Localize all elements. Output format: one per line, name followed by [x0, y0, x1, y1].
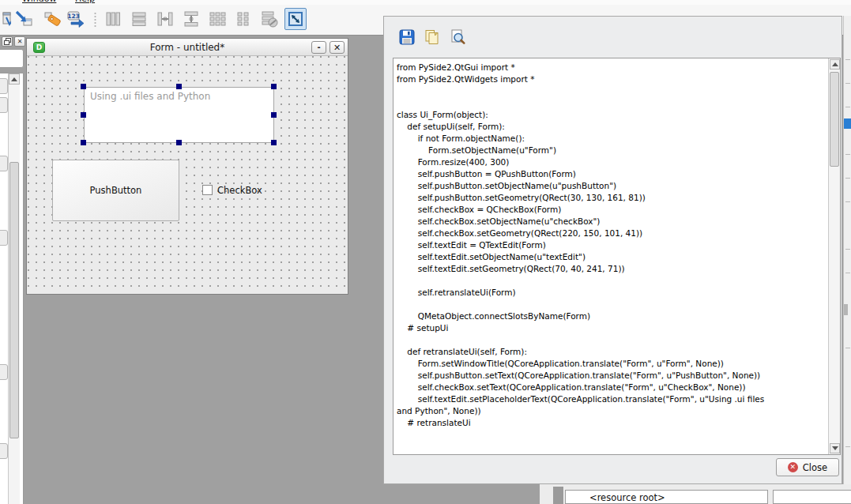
selection-handle-mid-left[interactable]: [81, 112, 86, 118]
break-layout-icon: [260, 9, 279, 28]
save-code-button[interactable]: [397, 28, 417, 49]
layout-horizontal-splitter-button[interactable]: [154, 8, 176, 30]
selection-handle-bottom-center[interactable]: [176, 140, 182, 145]
selection-handle-bottom-right[interactable]: [271, 140, 277, 145]
form-minimize-button[interactable]: -: [311, 41, 326, 54]
form-window-titlebar[interactable]: D Form - untitled* - ✕: [27, 39, 348, 56]
find-code-button[interactable]: [447, 28, 468, 49]
pushbutton-widget[interactable]: PushButton: [52, 160, 179, 221]
toolbar-separator: [94, 12, 96, 28]
code-text-area[interactable]: from PySide2.QtGui import * from PySide2…: [393, 58, 841, 455]
edit-widgets-button[interactable]: [0, 8, 13, 30]
layout-grid-icon: [208, 9, 227, 28]
row-divider: [845, 154, 850, 155]
resource-root-item[interactable]: <resource root>: [589, 492, 665, 503]
close-dialog-button[interactable]: ✕ Close: [776, 458, 839, 476]
textedit-widget[interactable]: Using .ui files and Python: [84, 87, 274, 143]
generated-python-code[interactable]: from PySide2.QtGui import * from PySide2…: [397, 62, 827, 429]
dock-float-button[interactable]: [2, 36, 13, 47]
checkbox-widget[interactable]: CheckBox: [202, 174, 282, 206]
widgetbox-category-fragment[interactable]: [0, 364, 8, 380]
designer-form-icon: D: [33, 42, 45, 53]
edit-widgets-icon: [0, 9, 11, 28]
row-divider: [845, 83, 850, 84]
selected-property-row[interactable]: [844, 118, 851, 129]
layout-horizontal-splitter-icon: [156, 9, 175, 28]
edit-tab-order-icon: 123: [66, 9, 85, 28]
row-divider: [845, 446, 850, 447]
widgetbox-category-fragment[interactable]: [0, 78, 8, 94]
svg-text:123: 123: [67, 13, 80, 20]
scroll-up-button[interactable]: [9, 73, 20, 85]
code-scrollbar[interactable]: [828, 58, 840, 454]
widgetbox-filter-input[interactable]: [0, 49, 24, 68]
scrollbar-thumb[interactable]: [9, 162, 19, 438]
arrow-up-icon: [832, 62, 838, 66]
dock-close-button[interactable]: ✕: [14, 36, 25, 47]
widgetbox-category-fragment[interactable]: [0, 156, 8, 171]
arrow-down-icon: [832, 446, 838, 450]
layout-vertical-splitter-button[interactable]: [180, 8, 202, 30]
edit-signals-slots-button[interactable]: [13, 8, 35, 30]
edit-tab-order-button[interactable]: 123: [65, 8, 87, 30]
resource-browser-fragment: <resource root>: [540, 484, 851, 504]
menu-help[interactable]: Help: [75, 0, 95, 4]
property-editor-sliver: [843, 16, 851, 484]
copy-code-button[interactable]: [422, 28, 442, 49]
row-divider: [845, 273, 850, 273]
scrollbar-thumb[interactable]: [844, 304, 848, 315]
widgetbox-list[interactable]: [0, 73, 24, 504]
edit-buddies-icon: [43, 9, 62, 28]
copy-icon: [424, 28, 441, 49]
form-window-title: Form - untitled*: [27, 42, 348, 53]
selection-handle-top-center[interactable]: [176, 84, 182, 89]
resource-detail-pane[interactable]: [773, 490, 851, 504]
close-icon: ✕: [788, 462, 798, 472]
row-divider: [845, 107, 850, 107]
row-divider: [845, 201, 850, 202]
selection-handle-top-left[interactable]: [81, 84, 86, 89]
layout-form-button[interactable]: [232, 8, 254, 30]
preview-find-icon: [449, 28, 466, 49]
layout-vertically-button[interactable]: [128, 8, 150, 30]
scrollbar-thumb[interactable]: [830, 72, 839, 167]
row-divider: [845, 59, 850, 60]
row-divider: [845, 249, 850, 250]
break-layout-button[interactable]: [258, 8, 281, 30]
checkbox-label: CheckBox: [217, 185, 262, 196]
selection-handle-mid-right[interactable]: [271, 112, 277, 118]
form-close-button[interactable]: ✕: [329, 41, 345, 54]
row-divider: [845, 348, 850, 348]
layout-grid-button[interactable]: [206, 8, 228, 30]
scroll-down-button[interactable]: [830, 443, 840, 453]
layout-vertically-icon: [130, 9, 149, 28]
layout-vertical-splitter-icon: [182, 9, 201, 28]
adjust-size-button[interactable]: [284, 8, 307, 30]
widgetbox-scrollbar[interactable]: [8, 73, 20, 504]
qt-designer-screen: Window Help 123: [0, 0, 851, 504]
close-button-label: Close: [803, 462, 827, 473]
adjust-size-icon: [286, 9, 305, 28]
selection-handle-top-right[interactable]: [271, 84, 277, 89]
widgetbox-category-fragment[interactable]: [0, 230, 8, 246]
widget-box-dock: ✕: [0, 36, 24, 504]
splitter-handle[interactable]: [553, 487, 563, 504]
save-icon: [398, 28, 416, 49]
widgetbox-category-fragment[interactable]: [0, 97, 8, 113]
resource-tree[interactable]: <resource root>: [565, 490, 768, 504]
edit-signals-slots-icon: [14, 9, 33, 28]
code-viewer-dialog: from PySide2.QtGui import * from PySide2…: [383, 16, 842, 484]
layout-horizontally-button[interactable]: [102, 8, 124, 30]
menu-bar: Window Help: [0, 0, 851, 5]
layout-form-icon: [234, 9, 253, 28]
widgetbox-category-fragment[interactable]: [0, 443, 8, 459]
checkbox-box[interactable]: [202, 185, 213, 195]
selection-handle-bottom-left[interactable]: [81, 140, 86, 145]
close-icon: ✕: [17, 38, 23, 45]
scroll-up-button[interactable]: [830, 59, 840, 70]
row-divider: [845, 178, 850, 179]
arrow-up-icon: [11, 77, 17, 81]
menu-window[interactable]: Window: [22, 0, 56, 4]
layout-horizontally-icon: [104, 9, 122, 28]
edit-buddies-button[interactable]: [42, 8, 64, 30]
